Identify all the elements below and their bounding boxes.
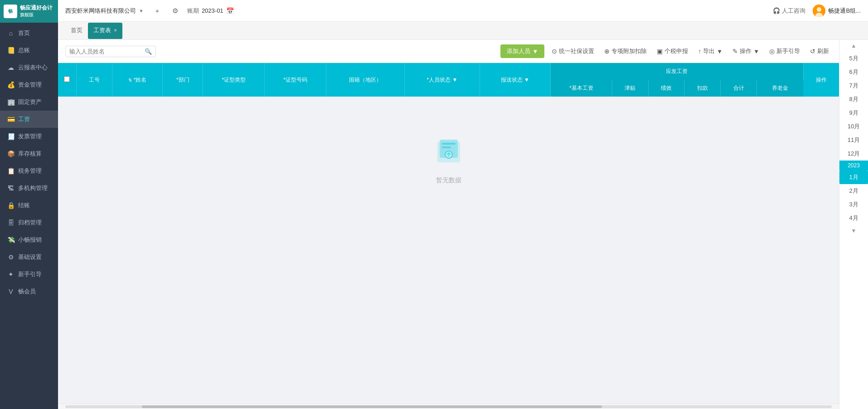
sidebar-item-close-label: 结账	[18, 201, 30, 209]
tax-declaration-button[interactable]: ▣ 个税申报	[654, 45, 691, 57]
add-person-button[interactable]: 添加人员 ▼	[500, 44, 544, 58]
month-item-11[interactable]: 11月	[839, 133, 868, 147]
month-item-12[interactable]: 12月	[839, 147, 868, 161]
tab-salary-label: 工资表	[93, 26, 111, 34]
search-input[interactable]	[69, 48, 142, 55]
search-box: 🔍	[65, 46, 156, 57]
tax-decl-label: 个税申报	[664, 47, 688, 55]
sidebar-item-expense[interactable]: 💸 小畅报销	[0, 231, 58, 248]
report-status-filter-icon[interactable]: ▼	[524, 77, 529, 83]
guide-button[interactable]: ◎ 新手引导	[766, 45, 803, 57]
sidebar-item-salary[interactable]: 💳 工资	[0, 111, 58, 128]
tab-home[interactable]: 首页	[65, 23, 88, 39]
social-security-icon: ⊙	[552, 48, 557, 55]
th-report-status: 报送状态 ▼	[480, 63, 550, 97]
archive-icon: 🗄	[7, 219, 15, 226]
operations-button[interactable]: ✎ 操作 ▼	[730, 45, 762, 57]
sidebar: 畅 畅应通好会计 旗舰版 ⌂ 首页 📒 总账 ☁ 云报表中心 💰 资金管理 🏢 …	[0, 0, 58, 409]
sidebar-item-guide[interactable]: ✦ 新手引导	[0, 266, 58, 283]
sidebar-item-tax[interactable]: 📋 税务管理	[0, 162, 58, 180]
export-button[interactable]: ↑ 导出 ▼	[695, 45, 725, 57]
period-area: 账期 2023-01 📅	[187, 7, 234, 15]
sidebar-item-fixed-assets[interactable]: 🏢 固定资产	[0, 93, 58, 111]
table-scrollbar	[58, 404, 839, 409]
th-name: ⇅ *姓名	[112, 63, 163, 97]
tab-salary-close-icon[interactable]: ×	[114, 27, 117, 34]
content-area: 🔍 添加人员 ▼ ⊙ 统一社保设置 ⊕ 专项附加扣除	[58, 40, 868, 409]
th-name-sort-icon: ⇅	[128, 78, 132, 83]
sidebar-item-archive-label: 归档管理	[18, 219, 42, 227]
month-picker-up-arrow[interactable]: ▲	[839, 40, 868, 52]
sidebar-item-inventory-label: 库存核算	[18, 150, 42, 158]
month-item-2[interactable]: 2月	[839, 184, 868, 198]
search-icon: 🔍	[145, 48, 152, 55]
select-all-checkbox[interactable]	[64, 76, 70, 82]
scrollbar-thumb[interactable]	[142, 405, 602, 408]
sidebar-item-ledger[interactable]: 📒 总账	[0, 42, 58, 59]
sidebar-item-close-period[interactable]: 🔒 结账	[0, 197, 58, 214]
operations-label: 操作	[740, 47, 752, 55]
company-selector[interactable]: 西安虾米网络科技有限公司 ▼	[65, 7, 144, 15]
social-security-label: 统一社保设置	[559, 47, 594, 55]
user-info[interactable]: 畅捷通B组...	[813, 5, 861, 17]
close-period-icon: 🔒	[7, 202, 15, 209]
calendar-icon[interactable]: 📅	[226, 7, 234, 15]
month-item-4[interactable]: 4月	[839, 211, 868, 225]
main-content: 🔍 添加人员 ▼ ⊙ 统一社保设置 ⊕ 专项附加扣除	[58, 40, 839, 409]
th-checkbox	[58, 63, 76, 97]
month-item-10[interactable]: 10月	[839, 120, 868, 133]
company-name: 西安虾米网络科技有限公司	[65, 7, 136, 15]
month-picker-down-arrow[interactable]: ▼	[839, 225, 868, 237]
th-operation: 操作	[803, 63, 839, 97]
topbar-right: 🎧 人工咨询 畅捷通B组...	[773, 5, 861, 17]
tax-decl-icon: ▣	[657, 48, 663, 55]
tax-icon: 📋	[7, 167, 15, 175]
support-button[interactable]: 🎧 人工咨询	[773, 7, 805, 15]
person-status-filter-icon[interactable]: ▼	[452, 77, 458, 83]
avatar-image	[813, 5, 825, 17]
svg-rect-5	[442, 143, 456, 145]
sidebar-logo: 畅 畅应通好会计 旗舰版	[0, 0, 58, 23]
cloud-icon: ☁	[7, 64, 15, 71]
sidebar-item-inventory[interactable]: 📦 库存核算	[0, 145, 58, 162]
sidebar-item-member-label: 畅会员	[18, 287, 36, 296]
sidebar-item-member[interactable]: V 畅会员	[0, 283, 58, 300]
month-item-5[interactable]: 5月	[839, 52, 868, 65]
month-item-7[interactable]: 7月	[839, 79, 868, 93]
th-person-status: *人员状态 ▼	[405, 63, 480, 97]
add-person-label: 添加人员	[507, 47, 530, 55]
salary-icon: 💳	[7, 116, 15, 123]
month-item-3[interactable]: 3月	[839, 198, 868, 211]
sidebar-item-tax-label: 税务管理	[18, 167, 42, 175]
social-security-button[interactable]: ⊙ 统一社保设置	[549, 45, 597, 57]
period-label: 账期	[187, 7, 199, 15]
sidebar-item-settings[interactable]: ⚙ 基础设置	[0, 248, 58, 266]
month-item-9[interactable]: 9月	[839, 106, 868, 120]
operations-chevron-icon: ▼	[753, 48, 759, 55]
sidebar-item-cloud-report[interactable]: ☁ 云报表中心	[0, 59, 58, 76]
sidebar-item-invoice[interactable]: 🧾 发票管理	[0, 128, 58, 145]
sidebar-item-fund[interactable]: 💰 资金管理	[0, 76, 58, 93]
month-item-8[interactable]: 8月	[839, 93, 868, 106]
add-company-button[interactable]: +	[151, 5, 164, 17]
sidebar-item-multi-org[interactable]: 🏗 多机构管理	[0, 180, 58, 197]
sidebar-item-settings-label: 基础设置	[18, 253, 42, 261]
special-deduction-button[interactable]: ⊕ 专项附加扣除	[601, 45, 650, 57]
refresh-button[interactable]: ↺ 刷新	[807, 45, 832, 57]
tab-salary[interactable]: 工资表 ×	[88, 23, 122, 39]
th-total: 合计	[721, 80, 757, 97]
headset-icon: 🎧	[773, 7, 780, 14]
sidebar-item-home[interactable]: ⌂ 首页	[0, 24, 58, 42]
ledger-icon: 📒	[7, 47, 15, 54]
sidebar-item-assets-label: 固定资产	[18, 98, 42, 106]
svg-rect-6	[442, 146, 451, 148]
app-logo-text: 畅应通好会计 旗舰版	[20, 5, 53, 18]
th-pension: 养老金	[757, 80, 803, 97]
settings-gear-button[interactable]: ⚙	[169, 5, 182, 17]
month-item-1-active[interactable]: 1月	[839, 170, 868, 184]
sidebar-item-invoice-label: 发票管理	[18, 132, 42, 141]
month-item-6[interactable]: 6月	[839, 65, 868, 79]
org-icon: 🏗	[7, 185, 15, 192]
member-icon: V	[7, 288, 15, 295]
sidebar-item-archive[interactable]: 🗄 归档管理	[0, 214, 58, 231]
